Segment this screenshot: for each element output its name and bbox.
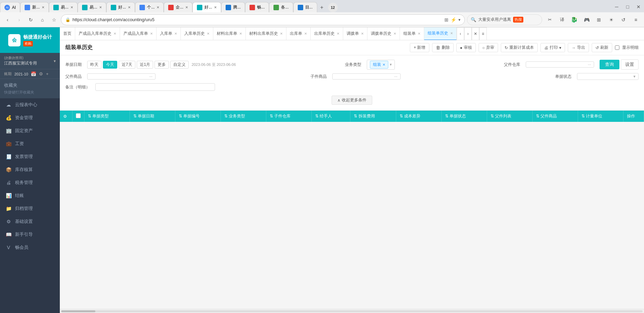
more-btn[interactable]: 更多 <box>155 61 169 69</box>
display-toggle-checkbox[interactable] <box>615 45 619 50</box>
address-bar-lightning-icon[interactable]: ⚡ <box>451 17 456 23</box>
browser-tab-close-2[interactable]: ✕ <box>42 5 44 9</box>
approve-btn[interactable]: ● 审核 <box>456 43 476 52</box>
sidebar-item-cloud-reports[interactable]: ☁ 云报表中心 <box>0 98 60 111</box>
browser-tab-11[interactable]: 各... <box>269 2 293 12</box>
browser-tab-10[interactable]: 畅... <box>245 2 269 12</box>
page-tab-close-in-history[interactable]: ✕ <box>207 32 210 35</box>
browser-tab-close-8[interactable]: ✕ <box>214 5 217 9</box>
th-parent-goods[interactable]: ⇅ 父件商品 <box>532 111 578 122</box>
week-btn[interactable]: 近7天 <box>119 61 135 69</box>
page-tab-close-out-history[interactable]: ✕ <box>337 32 339 35</box>
sidebar-item-tax[interactable]: 🖨 税务管理 <box>0 176 60 189</box>
page-tab-transfer[interactable]: 调拨单 ✕ <box>343 27 367 40</box>
child-goods-filter[interactable]: ··· <box>332 73 401 80</box>
company-selector[interactable]: (勿删勿禁用) 江西服宝测试专用 ▾ <box>0 53 60 69</box>
table-area[interactable]: ⚙ ⇅ 单据类型 ⇅ 单据日期 <box>60 111 644 309</box>
page-tab-prod-in-history[interactable]: 产成品入库单历史 ✕ <box>75 27 120 40</box>
page-tab-close-transfer[interactable]: ✕ <box>361 32 364 35</box>
page-tab-prod-in[interactable]: 产成品入库单 ✕ <box>120 27 157 40</box>
collapse-btn[interactable]: ∧ 收起更多条件 <box>332 96 372 105</box>
th-doc-num[interactable]: ⇅ 单据编号 <box>175 111 220 122</box>
sidebar-item-closing[interactable]: 📊 结账 <box>0 189 60 202</box>
parent-warehouse-filter[interactable]: ··· <box>526 61 594 68</box>
sidebar-item-archive[interactable]: 📁 归档管理 <box>0 202 60 215</box>
recalc-btn[interactable]: ↻ 重新计算成本 <box>501 43 538 52</box>
calendar-icon[interactable]: 📅 <box>31 71 36 76</box>
th-checkbox[interactable] <box>72 111 84 122</box>
page-tab-close-assembly-history[interactable]: ✕ <box>450 31 453 35</box>
month-btn[interactable]: 近1月 <box>137 61 153 69</box>
page-tab-close-mat-out[interactable]: ✕ <box>239 32 242 35</box>
th-handler[interactable]: ⇅ 经手人 <box>311 111 350 122</box>
page-tab-assembly[interactable]: 组装单 ✕ <box>400 27 424 40</box>
sidebar-item-vip[interactable]: V 畅会员 <box>0 241 60 254</box>
page-tab-in[interactable]: 入库单 ✕ <box>157 27 181 40</box>
horizontal-scrollbar[interactable] <box>60 309 644 313</box>
page-tab-menu[interactable]: ≡ <box>479 27 487 40</box>
browser-tab-6[interactable]: 个... ✕ <box>135 2 164 12</box>
custom-btn[interactable]: 自定义 <box>170 61 189 69</box>
browser-tab-5[interactable]: 好... ✕ <box>106 2 135 12</box>
page-tab-mat-out[interactable]: 材料出库单 ✕ <box>213 27 246 40</box>
page-tab-close-prod-in[interactable]: ✕ <box>150 32 153 35</box>
display-toggle[interactable]: 显示明细 <box>615 45 639 51</box>
page-tab-close-all[interactable]: ✕ <box>472 27 479 40</box>
browser-tab-7[interactable]: 企... ✕ <box>164 2 192 12</box>
bookmark-button[interactable]: ☆ <box>49 15 59 25</box>
scrollbar-track[interactable] <box>61 310 643 312</box>
sidebar-item-finance[interactable]: 💰 资金管理 <box>0 111 60 124</box>
scissor-icon[interactable]: ✂ <box>544 14 555 25</box>
sidebar-item-fixed-assets[interactable]: 🏢 固定资产 <box>0 124 60 137</box>
query-btn[interactable]: 查询 <box>600 60 619 69</box>
period-add-icon[interactable]: + <box>46 71 49 76</box>
page-tab-close-assembly[interactable]: ✕ <box>418 32 420 35</box>
th-doc-type[interactable]: ⇅ 单据类型 <box>84 111 130 122</box>
note-input[interactable] <box>95 83 215 91</box>
search-bar[interactable]: 🔍 大量安卓用户逃离 热搜 <box>467 14 542 25</box>
select-all-checkbox[interactable] <box>76 113 81 118</box>
parent-goods-dots[interactable]: ··· <box>149 74 152 79</box>
undo-icon[interactable]: ↺ <box>618 14 629 25</box>
browser-tab-1[interactable]: Ai AI <box>0 2 20 12</box>
browser-tab-close-4[interactable]: ✕ <box>99 5 102 9</box>
page-tab-out-history[interactable]: 出库单历史 ✕ <box>311 27 343 40</box>
column-settings-icon[interactable]: ⚙ <box>63 114 67 119</box>
page-tab-close-prod-in-history[interactable]: ✕ <box>113 32 116 35</box>
address-bar-qr-icon[interactable]: ⊞ <box>444 17 448 23</box>
th-doc-status[interactable]: ⇅ 单据状态 <box>441 111 487 122</box>
url-text[interactable]: https://cloud.chanjet.com/accounting/uru… <box>72 17 442 22</box>
gamepad-icon[interactable]: 🎮 <box>581 14 592 25</box>
brightness-icon[interactable]: ☀ <box>606 14 617 25</box>
settings-btn[interactable]: 设置 <box>621 59 639 70</box>
address-bar[interactable]: 🔒 https://cloud.chanjet.com/accounting/u… <box>61 14 465 25</box>
grid-icon[interactable]: ⊞ <box>593 14 604 25</box>
bookmark-sub[interactable]: 快捷键打开收藏夹 <box>4 90 56 95</box>
page-tab-transfer-history[interactable]: 调拨单历史 ✕ <box>367 27 400 40</box>
page-tab-in-history[interactable]: 入库单历史 ✕ <box>181 27 213 40</box>
sidebar-item-invoice[interactable]: 🧾 发票管理 <box>0 150 60 163</box>
page-tab-assembly-history[interactable]: 组装单历史 ✕ <box>424 27 457 40</box>
address-bar-chevron-icon[interactable]: ▾ <box>458 17 460 22</box>
back-button[interactable]: ‹ <box>3 15 12 25</box>
child-goods-dots[interactable]: ··· <box>394 74 397 79</box>
page-tab-right-arrow[interactable]: › <box>464 27 472 40</box>
home-button[interactable]: ⌂ <box>38 15 47 25</box>
forward-button[interactable]: › <box>14 15 24 25</box>
print-btn[interactable]: 🖨 打印 ▾ <box>540 43 565 52</box>
maximize-button[interactable]: □ <box>622 1 633 12</box>
browser-tab-close-5[interactable]: ✕ <box>128 5 131 9</box>
page-tab-mat-out-history[interactable]: 材料出库单历史 ✕ <box>246 27 286 40</box>
page-tab-left-arrow[interactable]: ‹ <box>457 27 464 40</box>
th-cost-diff[interactable]: ⇅ 成本差异 <box>396 111 441 122</box>
th-settings[interactable]: ⚙ <box>60 111 72 122</box>
browser-tab-4[interactable]: 易... ✕ <box>78 2 106 12</box>
th-biz-type[interactable]: ⇅ 业务类型 <box>220 111 266 122</box>
browser-tab-9[interactable]: 腾... <box>221 2 245 12</box>
page-tab-close-in[interactable]: ✕ <box>174 32 177 35</box>
emoji-icon[interactable]: 🐉 <box>569 14 580 25</box>
unapprove-btn[interactable]: ○ 弃审 <box>479 43 498 52</box>
browser-tab-3[interactable]: 易... ✕ <box>49 2 78 12</box>
page-tab-close-out[interactable]: ✕ <box>304 32 307 35</box>
status-dropdown-icon[interactable]: ▾ <box>633 74 635 79</box>
